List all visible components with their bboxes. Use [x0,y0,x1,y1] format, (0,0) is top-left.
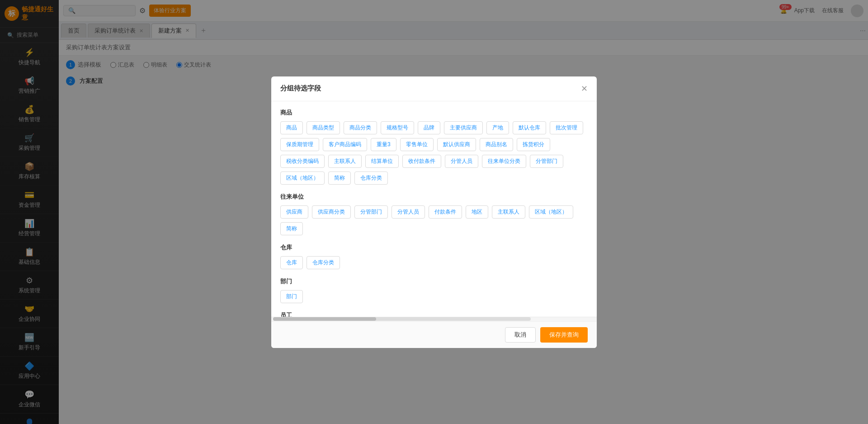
warehouse-fields: 仓库 仓库分类 [280,256,588,269]
field-select-modal: 分组待选字段 ✕ 商品 商品 商品类型 商品分类 规格型号 品牌 主要供应商 产… [271,76,597,348]
field-tag[interactable]: 商品分类 [344,121,377,134]
modal-overlay: 分组待选字段 ✕ 商品 商品 商品类型 商品分类 规格型号 品牌 主要供应商 产… [0,0,868,424]
field-tag[interactable]: 商品类型 [307,121,340,134]
section-department: 部门 部门 [280,277,588,303]
field-tag[interactable]: 仓库分类 [307,256,340,269]
field-tag[interactable]: 地区 [466,205,488,219]
field-tag[interactable]: 仓库分类 [354,172,388,185]
field-tag[interactable]: 规格型号 [381,121,414,134]
field-tag[interactable]: 供应商分类 [312,205,351,219]
field-tag[interactable]: 主要供应商 [444,121,483,134]
field-tag[interactable]: 主联系人 [328,155,362,168]
modal-horizontal-scrollbar[interactable] [271,317,597,321]
field-tag[interactable]: 品牌 [418,121,440,134]
field-tag[interactable]: 默认供应商 [437,138,476,151]
field-tag[interactable]: 默认仓库 [513,121,546,134]
field-tag[interactable]: 主联系人 [492,205,525,219]
section-employee-title: 员工 [280,311,588,317]
field-tag[interactable]: 仓库 [280,256,303,269]
field-tag[interactable]: 商品 [280,121,303,134]
modal-footer: 取消 保存并查询 [271,321,597,348]
modal-confirm-btn[interactable]: 保存并查询 [540,327,588,343]
field-tag[interactable]: 拣货积分 [517,138,550,151]
modal-body: 商品 商品 商品类型 商品分类 规格型号 品牌 主要供应商 产地 默认仓库 批次… [271,101,597,317]
field-tag[interactable]: 分管人员 [392,205,425,219]
field-tag[interactable]: 商品别名 [480,138,513,151]
field-tag[interactable]: 付款条件 [429,205,462,219]
section-employee: 员工 业务员 [280,311,588,317]
field-tag[interactable]: 收付款条件 [402,155,441,168]
field-tag[interactable]: 保质期管理 [280,138,319,151]
modal-close-icon[interactable]: ✕ [581,84,588,94]
field-tag[interactable]: 区域（地区） [280,172,325,185]
field-tag[interactable]: 区域（地区） [529,205,573,219]
section-product: 商品 商品 商品类型 商品分类 规格型号 品牌 主要供应商 产地 默认仓库 批次… [280,109,588,185]
field-tag[interactable]: 简称 [328,172,351,185]
field-tag[interactable]: 供应商 [280,205,308,219]
section-warehouse: 仓库 仓库 仓库分类 [280,243,588,269]
field-tag[interactable]: 简称 [280,222,303,235]
field-tag[interactable]: 税收分类编码 [280,155,325,168]
field-tag[interactable]: 分管部门 [530,155,563,168]
field-tag[interactable]: 批次管理 [550,121,583,134]
section-partner: 往来单位 供应商 供应商分类 分管部门 分管人员 付款条件 地区 主联系人 区域… [280,193,588,235]
partner-fields: 供应商 供应商分类 分管部门 分管人员 付款条件 地区 主联系人 区域（地区） … [280,205,588,235]
field-tag[interactable]: 重量3 [371,138,396,151]
section-department-title: 部门 [280,277,588,286]
field-tag[interactable]: 往来单位分类 [482,155,526,168]
field-tag[interactable]: 零售单位 [400,138,434,151]
field-tag[interactable]: 分管部门 [354,205,388,219]
department-fields: 部门 [280,290,588,303]
field-tag[interactable]: 结算单位 [365,155,399,168]
modal-title: 分组待选字段 [280,84,321,93]
field-tag[interactable]: 部门 [280,290,303,303]
field-tag[interactable]: 分管人员 [445,155,478,168]
field-tag[interactable]: 客户商品编码 [323,138,367,151]
modal-header: 分组待选字段 ✕ [271,76,597,101]
section-partner-title: 往来单位 [280,193,588,201]
section-warehouse-title: 仓库 [280,243,588,252]
field-tag[interactable]: 产地 [486,121,509,134]
product-fields: 商品 商品类型 商品分类 规格型号 品牌 主要供应商 产地 默认仓库 批次管理 … [280,121,588,185]
modal-cancel-btn[interactable]: 取消 [505,327,536,343]
section-product-title: 商品 [280,109,588,117]
